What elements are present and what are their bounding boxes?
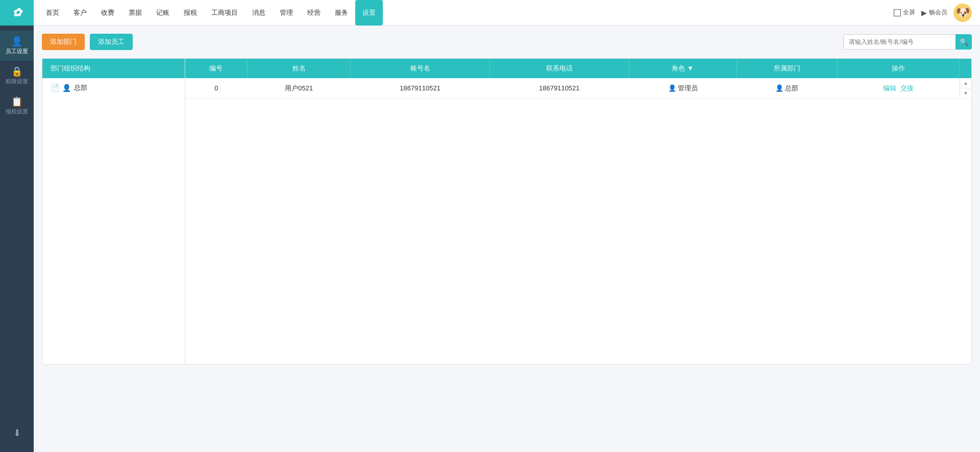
download-icon: ⬇ — [13, 429, 21, 438]
top-navigation: ✿ 首页客户收费票据记账报税工商项目消息管理经营服务设置 全屏 ▶ 畅会员 🐶 — [0, 0, 980, 26]
fullscreen-label: 全屏 — [903, 8, 915, 17]
nav-item-首页[interactable]: 首页 — [39, 0, 66, 26]
col-操作: 操作 — [837, 59, 960, 78]
search-button[interactable]: 🔍 — [955, 34, 972, 50]
cell-scroll: ▲ ▼ — [960, 78, 971, 99]
col-联系电话: 联系电话 — [489, 59, 629, 78]
nav-item-收费[interactable]: 收费 — [94, 0, 121, 26]
add-emp-button[interactable]: 添加员工 — [90, 34, 133, 50]
dept-cell-icon: 👤 — [775, 84, 783, 92]
employee-table: 编号姓名账号名联系电话角色 ▼所属部门操作 0用户052118679110521… — [185, 59, 971, 99]
dept-user-icon: 👤 — [62, 84, 71, 92]
nav-item-消息[interactable]: 消息 — [245, 0, 273, 26]
col-所属部门: 所属部门 — [737, 59, 837, 78]
dept-tree-item-root[interactable]: 📄 👤 总部 — [42, 78, 185, 98]
search-area: 🔍 — [843, 34, 972, 50]
sidebar-bottom: ⬇ — [13, 422, 21, 452]
layout: 👤 员工设置 🔒 权限设置 📋 报税设置 ⬇ 添加部门 添加员工 🔍 — [0, 26, 980, 452]
scroll-up-button[interactable]: ▲ — [960, 78, 971, 88]
search-input[interactable] — [843, 34, 955, 50]
col-账号名: 账号名 — [351, 59, 490, 78]
nav-item-工商项目[interactable]: 工商项目 — [204, 0, 245, 26]
fullscreen-icon — [894, 9, 901, 16]
sidebar-item-员工设置[interactable]: 👤 员工设置 — [0, 31, 34, 61]
toolbar: 添加部门 添加员工 🔍 — [42, 34, 972, 50]
file-icon: 📄 — [51, 84, 59, 92]
cell-ops: 编辑交接 — [837, 78, 960, 99]
scroll-col — [960, 59, 971, 78]
logo-area: ✿ — [0, 0, 34, 26]
nav-item-记账[interactable]: 记账 — [149, 0, 177, 26]
table-header: 编号姓名账号名联系电话角色 ▼所属部门操作 — [185, 59, 971, 78]
avatar-icon: 🐶 — [956, 6, 970, 19]
play-icon: ▶ — [921, 9, 927, 17]
op-编辑[interactable]: 编辑 — [883, 84, 896, 92]
dept-tree: 部门组织结构 📄 👤 总部 — [42, 59, 185, 364]
role-icon: 👤 — [668, 84, 676, 92]
col-姓名: 姓名 — [247, 59, 350, 78]
nav-item-报税[interactable]: 报税 — [177, 0, 204, 26]
logo-icon: ✿ — [12, 6, 21, 19]
member-button[interactable]: ▶ 畅会员 — [921, 8, 947, 17]
table-body: 0用户05211867911052118679110521👤管理员👤总部编辑交接… — [185, 78, 971, 99]
sidebar-label: 权限设置 — [6, 78, 28, 85]
sidebar-item-download[interactable]: ⬇ — [13, 422, 21, 444]
search-icon: 🔍 — [960, 38, 968, 46]
nav-item-服务[interactable]: 服务 — [328, 0, 355, 26]
nav-item-票据[interactable]: 票据 — [121, 0, 149, 26]
sidebar-icon: 📋 — [11, 97, 22, 106]
cell-phone: 18679110521 — [489, 78, 629, 99]
cell-id: 0 — [185, 78, 247, 99]
nav-item-管理[interactable]: 管理 — [273, 0, 300, 26]
cell-name: 用户0521 — [247, 78, 350, 99]
sidebar-item-权限设置[interactable]: 🔒 权限设置 — [0, 61, 34, 91]
content-panel: 部门组织结构 📄 👤 总部 编号姓名账号名联系电话角色 ▼所属部门操作 — [42, 58, 972, 365]
col-角色 ▼: 角色 ▼ — [629, 59, 737, 78]
nav-item-客户[interactable]: 客户 — [66, 0, 94, 26]
cell-dept: 👤总部 — [737, 78, 837, 99]
table-row: 0用户05211867911052118679110521👤管理员👤总部编辑交接… — [185, 78, 971, 99]
member-label: 畅会员 — [929, 8, 947, 17]
nav-items: 首页客户收费票据记账报税工商项目消息管理经营服务设置 — [34, 0, 894, 26]
main-content: 添加部门 添加员工 🔍 部门组织结构 📄 👤 总部 — [34, 26, 980, 452]
nav-right: 全屏 ▶ 畅会员 🐶 — [894, 4, 980, 22]
avatar[interactable]: 🐶 — [953, 4, 972, 22]
add-dept-button[interactable]: 添加部门 — [42, 34, 85, 50]
sidebar-icon: 🔒 — [11, 67, 22, 76]
dept-name: 总部 — [74, 83, 87, 92]
sidebar-label: 员工设置 — [6, 48, 28, 55]
scroll-down-button[interactable]: ▼ — [960, 88, 971, 98]
fullscreen-button[interactable]: 全屏 — [894, 8, 915, 17]
emp-table-area: 编号姓名账号名联系电话角色 ▼所属部门操作 0用户052118679110521… — [185, 59, 971, 364]
cell-account: 18679110521 — [351, 78, 490, 99]
sidebar-item-报税设置[interactable]: 📋 报税设置 — [0, 91, 34, 121]
sidebar-icon: 👤 — [11, 37, 22, 46]
sidebar: 👤 员工设置 🔒 权限设置 📋 报税设置 ⬇ — [0, 26, 34, 452]
nav-item-经营[interactable]: 经营 — [300, 0, 328, 26]
dept-tree-header: 部门组织结构 — [42, 59, 185, 78]
col-编号: 编号 — [185, 59, 247, 78]
cell-role: 👤管理员 — [629, 78, 737, 99]
op-交接[interactable]: 交接 — [900, 84, 914, 92]
nav-item-设置[interactable]: 设置 — [355, 0, 383, 26]
sidebar-label: 报税设置 — [6, 108, 28, 115]
